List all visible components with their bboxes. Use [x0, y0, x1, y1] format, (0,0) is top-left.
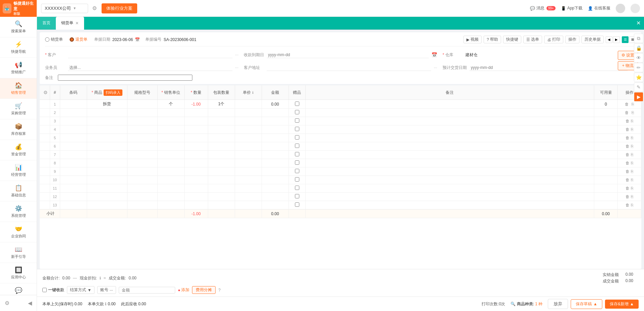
gift-checkbox[interactable]: [295, 194, 299, 198]
expected-date-input[interactable]: [469, 65, 628, 71]
select-order-btn[interactable]: ☰ 选单: [523, 36, 542, 43]
radio-sales-input[interactable]: [45, 37, 49, 42]
tab-bar-close-btn[interactable]: ✕: [636, 20, 641, 26]
radio-return-order[interactable]: 退货单: [70, 37, 87, 42]
delete-row-icon[interactable]: 🗑: [626, 161, 630, 165]
add-payment-btn[interactable]: ● 添加: [178, 287, 189, 293]
save-draft-btn[interactable]: 保存草稿 ▲: [571, 299, 602, 309]
copy-row-icon[interactable]: ⎘: [631, 186, 633, 191]
delete-row-icon[interactable]: 🗑: [625, 102, 629, 107]
company-selector[interactable]: XXXXXX公司 ▼: [41, 4, 88, 13]
fp-item-eye[interactable]: 👁: [634, 53, 643, 63]
tab-sales-order[interactable]: 销货单 ✕: [56, 17, 84, 30]
salesperson-dots[interactable]: ···: [235, 65, 238, 70]
sidebar-item-system[interactable]: ⚙️ 系统管理: [0, 201, 37, 222]
sidebar-item-quicknav[interactable]: ⚡ 快捷导航: [0, 37, 37, 58]
customer-addr-input[interactable]: [267, 65, 431, 71]
receive-date-input[interactable]: [267, 52, 429, 58]
sidebar-item-inventory[interactable]: 📦 库存核算: [0, 119, 37, 140]
pay-amount-input[interactable]: [119, 287, 175, 294]
sidebar-item-wecom[interactable]: 💬 企业微信: [0, 283, 37, 295]
sidebar-item-guide[interactable]: 📖 新手引导: [0, 242, 37, 263]
prev-record-btn[interactable]: ◀: [606, 36, 612, 43]
pay-method-selector[interactable]: 结算方式 ▼: [67, 286, 94, 294]
sidebar-item-finance[interactable]: 💰 资金管理: [0, 140, 37, 160]
fp-item-copy[interactable]: ⧉: [634, 34, 643, 43]
radio-return-input[interactable]: [70, 37, 74, 42]
delete-row-icon[interactable]: 🗑: [626, 119, 630, 123]
delete-row-icon[interactable]: 🗑: [626, 127, 630, 132]
sidebar-item-appstore[interactable]: 🔲 应用中心: [0, 263, 37, 283]
sidebar-item-search[interactable]: 🔍 搜索菜单: [0, 17, 37, 37]
copy-row-icon[interactable]: ⎘: [631, 161, 633, 165]
sidebar-item-collab[interactable]: 🤝 企业协同: [0, 222, 37, 242]
copy-row-icon[interactable]: ⎘: [631, 127, 633, 132]
copy-row-icon[interactable]: ⎘: [631, 203, 633, 207]
sidebar-item-biz[interactable]: 📊 经营管理: [0, 160, 37, 181]
delete-row-icon[interactable]: 🗑: [626, 186, 630, 191]
pay-account-selector[interactable]: 账号 ···: [97, 286, 116, 294]
next-record-btn[interactable]: ▶: [613, 36, 620, 43]
history-btn[interactable]: 历史单据: [581, 36, 604, 43]
fp-item-lock[interactable]: 🔒: [634, 43, 643, 53]
copy-row-icon[interactable]: ⎘: [631, 135, 633, 140]
copy-row-icon[interactable]: ⎘: [632, 102, 634, 107]
sidebar-item-basic[interactable]: 📋 基础信息: [0, 181, 37, 201]
gift-checkbox[interactable]: [295, 110, 299, 114]
salesperson-input[interactable]: [68, 65, 232, 71]
delete-row-icon[interactable]: 🗑: [626, 203, 630, 207]
copy-row-icon[interactable]: ⎘: [632, 110, 634, 115]
gift-checkbox[interactable]: [295, 177, 299, 182]
sidebar-collapse-btn[interactable]: ◀: [27, 299, 33, 308]
sidebar-item-purchase[interactable]: 🛒 采购管理: [0, 99, 37, 119]
radio-sales-order[interactable]: 销货单: [45, 37, 63, 42]
gift-checkbox[interactable]: [295, 169, 299, 173]
copy-row-icon[interactable]: ⎘: [631, 119, 633, 123]
app-download-action[interactable]: 📱 App下载: [561, 5, 582, 11]
notes-input[interactable]: [58, 75, 192, 81]
onepay-checkbox-input[interactable]: [42, 288, 47, 292]
gift-checkbox[interactable]: [295, 118, 299, 123]
save-new-btn[interactable]: 保存&新增 ▲: [605, 300, 639, 309]
copy-row-icon[interactable]: ⎘: [631, 194, 633, 199]
shortcut-btn[interactable]: 快捷键: [503, 36, 521, 43]
delete-row-icon[interactable]: 🗑: [626, 178, 630, 182]
close-tab-icon[interactable]: ✕: [75, 21, 79, 26]
operation-btn[interactable]: 操作: [565, 36, 579, 43]
delete-row-icon[interactable]: 🗑: [626, 169, 630, 174]
list-view-btn[interactable]: ☰: [622, 36, 629, 43]
abandon-btn[interactable]: 放弃: [548, 299, 568, 309]
expense-split-btn[interactable]: 费用分摊: [192, 286, 216, 294]
customer-input[interactable]: [68, 52, 232, 58]
delete-row-icon[interactable]: 🗑: [626, 135, 630, 140]
customer-dots[interactable]: ···: [235, 52, 238, 57]
fp-item-pencil[interactable]: ✎: [634, 82, 643, 92]
video-btn[interactable]: ▶ 视频: [463, 36, 482, 43]
user-avatar-2[interactable]: [631, 4, 640, 13]
help-btn[interactable]: ? 帮助: [484, 36, 501, 43]
sidebar-item-marketing[interactable]: 📢 营销推广: [0, 58, 37, 78]
tab-home[interactable]: 首页: [37, 17, 56, 30]
sidebar-settings-btn[interactable]: ⚙: [3, 299, 11, 308]
fp-item-orange[interactable]: ▶: [634, 92, 643, 102]
delete-row-icon[interactable]: 🗑: [625, 110, 629, 115]
scan-barcode-btn[interactable]: 扫码录入: [104, 89, 122, 96]
topbar-settings-icon[interactable]: ⚙: [92, 5, 97, 11]
gift-checkbox[interactable]: [295, 152, 299, 156]
gift-checkbox[interactable]: [295, 186, 299, 190]
table-wrapper[interactable]: ⚙ # 条码 * 商品 扫码录入 规格型号 * 销售单位: [40, 85, 641, 269]
table-settings-icon[interactable]: ⚙: [41, 88, 50, 97]
message-action[interactable]: 💬 消息 99+: [530, 5, 556, 11]
online-service-action[interactable]: 👤 在线客服: [588, 5, 610, 11]
customer-addr-dots[interactable]: ···: [434, 65, 437, 70]
date-calendar-icon[interactable]: 📅: [135, 37, 140, 42]
user-avatar[interactable]: [616, 4, 625, 13]
delete-row-icon[interactable]: 🗑: [626, 152, 630, 157]
copy-row-icon[interactable]: ⎘: [631, 144, 633, 149]
delete-row-icon[interactable]: 🗑: [626, 194, 630, 199]
receive-date-calendar-icon[interactable]: 📅: [431, 52, 437, 57]
onepay-checkbox[interactable]: 一键收款: [42, 287, 64, 293]
fp-item-edit[interactable]: ✏: [634, 63, 643, 72]
gift-checkbox[interactable]: [295, 160, 299, 165]
copy-row-icon[interactable]: ⎘: [631, 152, 633, 157]
